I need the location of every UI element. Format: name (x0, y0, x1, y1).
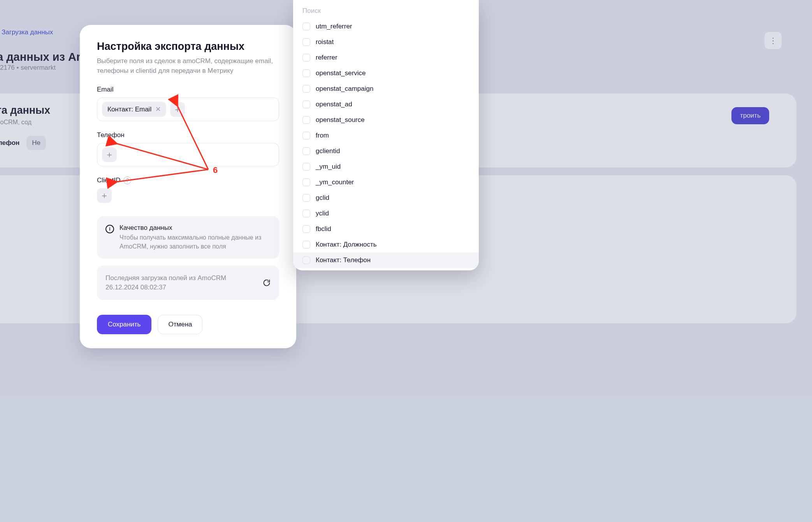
dropdown-item[interactable]: utm_referrer (293, 19, 479, 34)
dropdown-item-label: openstat_source (316, 116, 365, 124)
dropdown-item-label: gclientid (316, 147, 340, 155)
dropdown-item-label: openstat_service (316, 69, 366, 77)
checkbox-icon[interactable] (302, 85, 310, 93)
dropdown-item-label: utm_referrer (316, 23, 352, 30)
dropdown-item[interactable]: _ym_counter (293, 175, 479, 190)
dropdown-item-label: gclid (316, 194, 329, 202)
plus-icon: ＋ (105, 149, 114, 160)
plus-icon: ＋ (100, 190, 109, 201)
phone-label: Телефон (97, 131, 279, 139)
email-chip: Контакт: Email ✕ (102, 102, 166, 117)
dropdown-item[interactable]: Контакт: Должность (293, 237, 479, 252)
add-phone-button[interactable]: ＋ (102, 147, 117, 162)
email-field-box[interactable]: Контакт: Email ✕ ＋ (97, 97, 279, 121)
dropdown-item-label: roistat (316, 38, 334, 46)
dropdown-list: utm_referrerroistatreferreropenstat_serv… (293, 19, 479, 268)
info-icon: i (105, 225, 114, 233)
clientid-field-box[interactable]: ＋ (97, 188, 279, 203)
export-settings-modal: Настройка экспорта данных Выберите поля … (80, 25, 296, 348)
save-button[interactable]: Сохранить (97, 315, 151, 334)
dropdown-item[interactable]: Контакт: Телефон (293, 252, 479, 268)
checkbox-icon[interactable] (302, 116, 310, 124)
dropdown-search-input[interactable] (302, 7, 469, 15)
plus-icon: ＋ (173, 104, 182, 115)
dropdown-item-label: openstat_campaign (316, 85, 373, 93)
dropdown-item[interactable]: openstat_ad (293, 97, 479, 112)
dropdown-item[interactable]: openstat_campaign (293, 81, 479, 97)
checkbox-icon[interactable] (302, 132, 310, 139)
dropdown-item-label: openstat_ad (316, 101, 352, 108)
checkbox-icon[interactable] (302, 225, 310, 233)
dropdown-item[interactable]: gclientid (293, 143, 479, 159)
modal-title: Настройка экспорта данных (97, 41, 279, 53)
dropdown-item[interactable]: referrer (293, 50, 479, 65)
dropdown-item[interactable]: _ym_uid (293, 159, 479, 175)
checkbox-icon[interactable] (302, 194, 310, 202)
checkbox-icon[interactable] (302, 147, 310, 155)
help-icon[interactable]: ? (123, 176, 131, 184)
add-clientid-button[interactable]: ＋ (97, 188, 112, 203)
checkbox-icon[interactable] (302, 69, 310, 77)
checkbox-icon[interactable] (302, 210, 310, 217)
dropdown-search-wrap (293, 0, 479, 19)
dropdown-item[interactable]: roistat (293, 34, 479, 50)
dropdown-item[interactable]: openstat_source (293, 112, 479, 128)
email-label: Email (97, 86, 279, 93)
add-email-button[interactable]: ＋ (170, 102, 185, 117)
dropdown-item[interactable]: from (293, 128, 479, 143)
info-title: Качество данных (120, 224, 271, 232)
checkbox-icon[interactable] (302, 241, 310, 249)
dropdown-item-label: yclid (316, 210, 329, 217)
remove-chip-icon[interactable]: ✕ (155, 105, 161, 113)
cancel-button[interactable]: Отмена (158, 315, 202, 334)
checkbox-icon[interactable] (302, 23, 310, 30)
dropdown-item-label: referrer (316, 54, 337, 62)
dropdown-item-label: _ym_uid (316, 163, 341, 171)
modal-subtitle: Выберите поля из сделок в amoCRM, содерж… (97, 56, 279, 76)
sync-text: Последняя загрузка полей из AmoCRM 26.12… (105, 273, 257, 292)
dropdown-item-label: Контакт: Должность (316, 241, 377, 249)
field-picker-dropdown: utm_referrerroistatreferreropenstat_serv… (293, 0, 479, 270)
dropdown-item[interactable]: yclid (293, 206, 479, 221)
dropdown-item[interactable]: gclid (293, 190, 479, 206)
clientid-label: ClientID ? (97, 176, 279, 184)
checkbox-icon[interactable] (302, 163, 310, 171)
email-chip-label: Контакт: Email (107, 106, 151, 113)
dropdown-item-label: Контакт: Телефон (316, 256, 371, 264)
data-quality-info: i Качество данных Чтобы получать максима… (97, 216, 279, 259)
dropdown-item-label: fbclid (316, 225, 331, 233)
phone-field-box[interactable]: ＋ (97, 143, 279, 166)
checkbox-icon[interactable] (302, 38, 310, 46)
checkbox-icon[interactable] (302, 54, 310, 62)
last-sync-box: Последняя загрузка полей из AmoCRM 26.12… (97, 266, 279, 300)
modal-actions: Сохранить Отмена (97, 315, 279, 334)
dropdown-item-label: _ym_counter (316, 178, 354, 186)
checkbox-icon[interactable] (302, 178, 310, 186)
checkbox-icon[interactable] (302, 101, 310, 108)
info-text: Чтобы получать максимально полные данные… (120, 233, 271, 251)
dropdown-item[interactable]: openstat_service (293, 65, 479, 81)
refresh-icon[interactable] (263, 278, 271, 287)
dropdown-item[interactable]: fbclid (293, 221, 479, 237)
checkbox-icon[interactable] (302, 256, 310, 264)
dropdown-item-label: from (316, 132, 329, 139)
